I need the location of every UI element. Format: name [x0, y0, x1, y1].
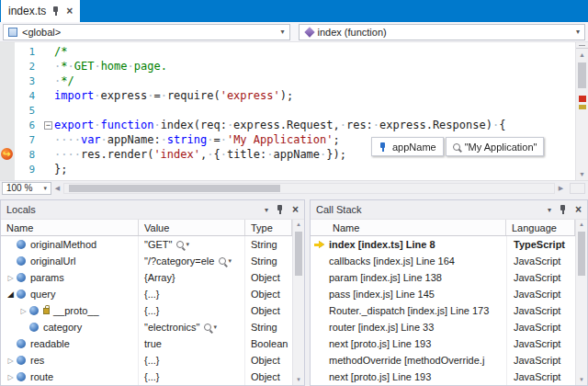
locals-row[interactable]: originalMethod"GET"▾String [1, 236, 292, 253]
scroll-down-icon[interactable]: ▼ [576, 169, 588, 180]
column-header-value[interactable]: Value [139, 220, 245, 235]
code-line[interactable]: 9}; [0, 162, 575, 176]
callstack-row[interactable]: next [proto.js] Line 193JavaScript [311, 369, 575, 385]
close-icon[interactable]: × [575, 204, 582, 215]
line-margin[interactable] [0, 59, 15, 74]
property-icon [17, 290, 26, 299]
member-dropdown[interactable]: index (function) ▾ [299, 24, 586, 40]
editor-vertical-scrollbar[interactable]: ▲ ▼ [575, 42, 588, 180]
fold-collapse-icon[interactable]: − [44, 121, 52, 130]
column-header-name[interactable]: Name [311, 220, 506, 235]
code-token: }); [326, 148, 346, 161]
line-margin[interactable] [0, 118, 15, 132]
line-margin[interactable] [0, 132, 15, 147]
scroll-up-icon[interactable]: ▲ [576, 220, 587, 230]
close-tab-icon[interactable]: × [66, 6, 73, 17]
expander-collapsed-icon[interactable]: ▷ [5, 274, 17, 282]
callstack-row[interactable]: param [index.js] Line 138JavaScript [311, 269, 575, 286]
locals-panel-header[interactable]: Locals ▾ × [1, 200, 304, 220]
scroll-right-icon[interactable]: ▶ [555, 185, 567, 192]
scroll-left-icon[interactable]: ◀ [51, 185, 63, 192]
locals-row[interactable]: originalUrl"/?category=ele▾String [1, 253, 292, 269]
line-margin[interactable] [0, 44, 15, 59]
zoom-dropdown[interactable]: 100 % ▾ [2, 182, 51, 195]
scroll-down-icon[interactable]: ▼ [293, 375, 304, 385]
close-icon[interactable]: × [292, 204, 299, 215]
pin-icon[interactable] [276, 204, 285, 215]
tab-index-ts[interactable]: index.ts × [1, 0, 80, 22]
callstack-row[interactable]: index [index.ts] Line 8TypeScript [311, 236, 575, 253]
callstack-row[interactable]: router [index.js] Line 33JavaScript [311, 319, 575, 335]
editor-horizontal-scrollbar[interactable] [63, 183, 555, 194]
pin-tab-icon[interactable] [51, 6, 61, 17]
magnifier-icon[interactable] [219, 257, 226, 265]
locals-row[interactable]: category"electronics"▾String [1, 319, 292, 335]
expander-collapsed-icon[interactable]: ▷ [17, 307, 29, 315]
locals-row[interactable]: ▷route{...}Object [1, 369, 292, 385]
callstack-scrollbar[interactable]: ▲ ▼ [575, 220, 587, 385]
callstack-row[interactable]: Router._dispatch [index.js] Line 173Java… [311, 302, 575, 319]
callstack-row[interactable]: pass [index.js] Line 145JavaScript [311, 286, 575, 302]
current-statement-icon[interactable]: ↪ [1, 148, 13, 160]
datatip-variable[interactable]: appName [371, 137, 444, 156]
code-line[interactable]: 1/* [0, 44, 575, 59]
magnifier-dropdown-icon[interactable]: ▾ [228, 257, 232, 265]
callstack-row[interactable]: callbacks [index.js] Line 164JavaScript [311, 253, 575, 269]
locals-row[interactable]: ◢query{...}Object [1, 286, 292, 302]
scroll-down-icon[interactable]: ▼ [576, 375, 587, 385]
code-line[interactable]: 3·*/ [0, 74, 575, 88]
column-header-type[interactable]: Type [245, 220, 292, 235]
error-annotation-mark [579, 96, 586, 102]
callstack-grid: Name Language index [index.ts] Line 8Typ… [311, 220, 587, 385]
panel-title: Locals [6, 204, 36, 215]
current-statement-margin[interactable]: ↪ [0, 147, 15, 162]
window-position-icon[interactable]: ▾ [265, 206, 268, 214]
scroll-up-icon[interactable]: ▲ [576, 50, 588, 61]
chevron-down-icon[interactable]: ▾ [280, 28, 284, 36]
locals-row[interactable]: readabletrueBoolean [1, 335, 292, 352]
locals-row[interactable]: ▷params{Array}Object [1, 269, 292, 286]
expander-expanded-icon[interactable]: ◢ [5, 290, 17, 299]
pin-icon[interactable] [559, 204, 568, 215]
magnifier-dropdown-icon[interactable]: ▾ [186, 241, 189, 248]
line-margin[interactable] [0, 103, 15, 118]
callstack-row[interactable]: methodOverride [methodOverride.jJavaScri… [311, 352, 575, 369]
line-margin[interactable] [0, 162, 15, 176]
chevron-down-icon[interactable]: ▾ [576, 28, 580, 36]
scrollbar-split-grip[interactable] [576, 42, 588, 49]
callstack-row[interactable]: next [proto.js] Line 193JavaScript [311, 335, 575, 352]
scrollbar-thumb[interactable] [578, 232, 585, 276]
scroll-up-icon[interactable]: ▲ [293, 220, 304, 230]
expander-collapsed-icon[interactable]: ▷ [5, 357, 17, 365]
locals-scrollbar[interactable]: ▲ ▼ [292, 220, 304, 385]
magnifier-icon[interactable] [453, 143, 460, 151]
magnifier-dropdown-icon[interactable]: ▾ [213, 324, 217, 331]
locals-row[interactable]: ▷res{...}Object [1, 352, 292, 369]
line-margin[interactable] [0, 74, 15, 88]
line-margin[interactable] [0, 88, 15, 103]
frame-name: methodOverride [methodOverride.j [329, 355, 506, 366]
magnifier-icon[interactable] [176, 241, 184, 248]
expander-collapsed-icon[interactable]: ▷ [5, 373, 17, 381]
locals-row[interactable]: ▷__proto__{...}Object [1, 302, 292, 319]
pin-icon[interactable] [379, 142, 388, 153]
scrollbar-thumb[interactable] [578, 62, 586, 88]
column-header-language[interactable]: Language [506, 220, 575, 235]
code-line[interactable]: 6−export·function·index(req:·express.Req… [0, 118, 575, 132]
scrollbar-thumb[interactable] [69, 185, 280, 192]
scope-dropdown[interactable]: <global> ▾ [3, 24, 290, 40]
code-editor[interactable]: 1/*2·*·GET·home·page.3·*/4import·express… [0, 42, 588, 180]
magnifier-icon[interactable] [204, 324, 211, 331]
scrollbar-thumb[interactable] [295, 232, 302, 276]
code-line[interactable]: 2·*·GET·home·page. [0, 59, 575, 74]
datatip-value[interactable]: "My Application" [446, 137, 545, 156]
window-position-icon[interactable]: ▾ [548, 206, 551, 214]
zoom-value: 100 % [6, 183, 32, 193]
frame-language: JavaScript [506, 352, 575, 369]
column-header-name[interactable]: Name [1, 220, 139, 235]
variable-value: "/?category=ele [144, 255, 214, 267]
code-line[interactable]: 5 [0, 103, 575, 118]
code-line[interactable]: 4import·express·=·require('express'); [0, 88, 575, 103]
code-token: = [213, 133, 220, 146]
callstack-panel-header[interactable]: Call Stack ▾ × [311, 200, 587, 220]
